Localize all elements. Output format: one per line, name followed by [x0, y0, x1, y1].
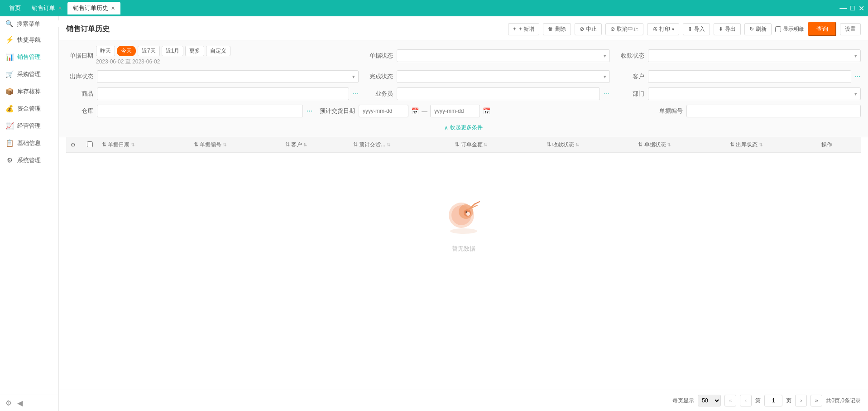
page-size-select[interactable]: 50 10 20 100	[698, 395, 721, 406]
minimize-btn[interactable]: —	[839, 4, 847, 12]
next-page-btn[interactable]: ›	[795, 395, 807, 406]
first-page-btn[interactable]: «	[724, 395, 736, 406]
empty-state: 暂无数据	[71, 156, 856, 289]
maximize-btn[interactable]: □	[850, 4, 855, 12]
export-btn[interactable]: ⬇ 导出	[714, 23, 741, 35]
content-header: 销售订单历史 + + 新增 🗑 删除 ⊘ 中止 ⊘ 取消中止	[59, 16, 868, 40]
sidebar-item-finance[interactable]: 💰 资金管理	[0, 100, 58, 117]
sidebar-item-sales-mgmt[interactable]: 📊 销售管理	[0, 48, 58, 66]
search-bar[interactable]: 🔍	[0, 16, 58, 31]
out-status-select-wrap[interactable]	[97, 70, 359, 83]
sidebar-item-purchase-mgmt[interactable]: 🛒 采购管理	[0, 66, 58, 83]
settings-btn[interactable]: 设置	[840, 23, 861, 35]
tab-sales-order[interactable]: 销售订单 ✕	[26, 2, 67, 15]
stop-btn[interactable]: ⊘ 中止	[575, 23, 602, 35]
col-date[interactable]: ⇅ 单据日期	[97, 137, 189, 153]
salesperson-input[interactable]	[397, 87, 600, 100]
col-receipt-status[interactable]: ⇅ 收款状态	[542, 137, 634, 153]
complete-status-select-wrap[interactable]	[397, 70, 609, 83]
sidebar-item-basic-info[interactable]: 📋 基础信息	[0, 135, 58, 152]
page-number-input[interactable]	[764, 395, 782, 406]
toolbar: + + 新增 🗑 删除 ⊘ 中止 ⊘ 取消中止 🖨 打印	[508, 22, 861, 36]
collapse-sidebar-icon[interactable]: ◀	[17, 399, 23, 407]
date-btn-more[interactable]: 更多	[185, 46, 204, 56]
basic-info-icon: 📋	[5, 139, 14, 147]
goods-filter: 商品 ···	[66, 87, 359, 100]
cancel-stop-btn[interactable]: ⊘ 取消中止	[605, 23, 643, 35]
col-out-status[interactable]: ⇅ 出库状态	[725, 137, 817, 153]
date-btn-1month[interactable]: 近1月	[162, 46, 184, 56]
department-select[interactable]	[648, 87, 861, 100]
inventory-icon: 📦	[5, 87, 14, 96]
stop-icon: ⊘	[580, 26, 584, 32]
date-btn-yesterday[interactable]: 昨天	[96, 46, 115, 56]
close-tab-sales-history[interactable]: ✕	[111, 5, 115, 11]
close-tab-sales-order[interactable]: ✕	[58, 5, 62, 11]
page-suffix: 页	[786, 397, 791, 405]
department-filter: 部门	[617, 87, 861, 100]
goods-dots[interactable]: ···	[353, 90, 359, 98]
customer-dots[interactable]: ···	[855, 73, 861, 81]
date-btn-7days[interactable]: 近7天	[138, 46, 160, 56]
delivery-start-input[interactable]	[359, 105, 408, 117]
page-size-label: 每页显示	[672, 397, 694, 405]
table-header-row: ⚙ ⇅ 单据日期 ⇅ 单据编号 ⇅ 客户 ⇅ 预计交货... ⇅ 订单金额 ⇅ …	[66, 137, 861, 153]
salesperson-dots[interactable]: ···	[604, 90, 609, 98]
sales-icon: 📊	[5, 53, 14, 61]
empty-text: 暂无数据	[452, 245, 475, 253]
salesperson-label: 业务员	[366, 90, 393, 98]
delivery-end-cal-icon[interactable]: 📅	[483, 107, 490, 115]
out-status-select[interactable]	[97, 70, 359, 83]
filter-row-2: 出库状态 完成状态 客户	[66, 70, 861, 83]
col-amount[interactable]: ⇅ 订单金额	[450, 137, 542, 153]
warehouse-dots[interactable]: ···	[307, 107, 312, 115]
new-btn[interactable]: + + 新增	[508, 23, 539, 35]
delivery-start-cal-icon[interactable]: 📅	[411, 107, 419, 115]
sidebar-item-system[interactable]: ⚙ 系统管理	[0, 152, 58, 169]
col-number[interactable]: ⇅ 单据编号	[189, 137, 281, 153]
receipt-status-select-wrap[interactable]	[648, 49, 861, 62]
delete-btn[interactable]: 🗑 删除	[543, 23, 571, 35]
print-icon: 🖨	[652, 26, 657, 32]
date-btn-custom[interactable]: 自定义	[206, 46, 230, 56]
display-detail-checkbox[interactable]	[775, 26, 781, 32]
sidebar-item-inventory[interactable]: 📦 库存核算	[0, 83, 58, 100]
warehouse-input[interactable]	[97, 105, 303, 117]
select-all-checkbox[interactable]	[87, 141, 93, 147]
tab-home[interactable]: 首页	[4, 2, 26, 15]
out-status-filter: 出库状态	[66, 70, 359, 83]
collapse-btn[interactable]: ∧ 收起更多条件	[66, 122, 861, 131]
col-settings[interactable]: ⚙	[66, 137, 82, 153]
display-detail-label: 显示明细	[783, 25, 805, 33]
col-delivery-date[interactable]: ⇅ 预计交货...	[349, 137, 450, 153]
customer-input[interactable]	[648, 70, 851, 83]
prev-page-btn[interactable]: ‹	[740, 395, 752, 406]
query-btn[interactable]: 查询	[808, 22, 836, 36]
svg-point-9	[465, 211, 467, 213]
sidebar-item-operations[interactable]: 📈 经营管理	[0, 117, 58, 135]
settings-bottom-icon[interactable]: ⚙	[5, 399, 12, 407]
department-select-wrap[interactable]	[648, 87, 861, 100]
col-bill-status[interactable]: ⇅ 单据状态	[633, 137, 725, 153]
bill-status-filter: 单据状态	[366, 49, 609, 62]
import-btn[interactable]: ⬆ 导入	[683, 23, 710, 35]
bill-status-label: 单据状态	[366, 52, 393, 60]
complete-status-select[interactable]	[397, 70, 609, 83]
bill-status-select[interactable]	[397, 49, 609, 62]
refresh-btn[interactable]: ↻ 刷新	[744, 23, 772, 35]
goods-input[interactable]	[97, 87, 349, 100]
tab-sales-history[interactable]: 销售订单历史 ✕	[67, 2, 120, 15]
bill-number-input[interactable]	[686, 105, 861, 117]
empty-state-row: 暂无数据	[66, 153, 861, 293]
table-area: ⚙ ⇅ 单据日期 ⇅ 单据编号 ⇅ 客户 ⇅ 预计交货... ⇅ 订单金额 ⇅ …	[59, 137, 868, 390]
print-btn[interactable]: 🖨 打印 ▾	[647, 23, 679, 35]
col-customer[interactable]: ⇅ 客户	[281, 137, 349, 153]
display-detail-checkbox-wrap[interactable]: 显示明细	[775, 25, 805, 33]
close-btn[interactable]: ✕	[858, 4, 864, 13]
bill-status-select-wrap[interactable]	[397, 49, 609, 62]
date-btn-today[interactable]: 今天	[117, 46, 136, 56]
last-page-btn[interactable]: »	[810, 395, 822, 406]
delivery-end-input[interactable]	[430, 105, 480, 117]
receipt-status-select[interactable]	[648, 49, 861, 62]
sidebar-item-quick-nav[interactable]: ⚡ 快捷导航	[0, 31, 58, 48]
